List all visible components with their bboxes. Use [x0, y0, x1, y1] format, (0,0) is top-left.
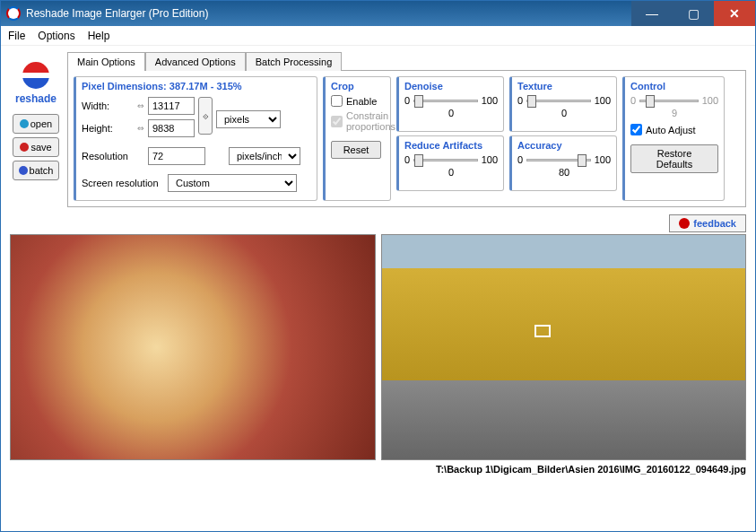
maximize-button[interactable]: ▢	[673, 1, 714, 26]
open-icon	[20, 119, 29, 128]
titlebar: Reshade Image Enlarger (Pro Edition) — ▢…	[1, 1, 755, 26]
accuracy-group: Accuracy 0100 80	[509, 135, 617, 191]
height-label: Height:	[82, 123, 134, 134]
status-path: T:\Backup 1\Digicam_Bilder\Asien 2016\IM…	[436, 464, 746, 475]
denoise-group: Denoise 0100 0	[396, 76, 504, 132]
reset-button[interactable]: Reset	[331, 141, 381, 159]
brand-text: reshade	[15, 92, 56, 105]
control-group: Control 0100 9 Auto Adjust Restore Defau…	[622, 76, 725, 201]
sidebar: reshade open save batch	[10, 51, 62, 207]
accuracy-value: 80	[517, 167, 611, 178]
resolution-unit-select[interactable]: pixels/inch	[229, 147, 300, 165]
close-button[interactable]: ✕	[714, 1, 755, 26]
main-panel: Pixel Dimensions: 387.17M - 315% Width: …	[67, 70, 746, 207]
height-input[interactable]	[148, 119, 195, 137]
app-icon	[6, 6, 21, 21]
accuracy-slider[interactable]	[526, 159, 591, 161]
unit-select[interactable]: pixels	[216, 110, 281, 128]
link-dimensions-button[interactable]: ⟐	[198, 97, 213, 135]
save-button[interactable]: save	[13, 137, 59, 157]
minimize-button[interactable]: —	[631, 1, 673, 26]
screen-res-label: Screen resolution	[82, 178, 164, 188]
texture-group: Texture 0100 0	[509, 76, 617, 132]
pixel-dimensions-header: Pixel Dimensions: 387.17M - 315%	[82, 81, 311, 92]
window-title: Reshade Image Enlarger (Pro Edition)	[26, 7, 631, 20]
width-label: Width:	[82, 100, 134, 111]
bug-icon	[679, 218, 690, 229]
crop-enable-checkbox[interactable]: Enable	[331, 95, 385, 107]
auto-adjust-checkbox[interactable]: Auto Adjust	[630, 124, 718, 135]
crop-title: Crop	[331, 81, 385, 92]
restore-defaults-button[interactable]: Restore Defaults	[630, 144, 718, 173]
tabs: Main Options Advanced Options Batch Proc…	[67, 51, 746, 70]
reduce-artifacts-slider[interactable]	[413, 159, 478, 161]
resolution-label: Resolution	[82, 151, 134, 161]
reduce-value: 0	[404, 167, 498, 178]
save-icon	[20, 143, 29, 152]
tab-main-options[interactable]: Main Options	[67, 52, 145, 71]
reduce-artifacts-group: Reduce Artifacts 0100 0	[396, 135, 504, 191]
arrows-icon: ⇔	[137, 101, 144, 110]
arrows-icon: ⇔	[137, 124, 144, 133]
menu-help[interactable]: Help	[88, 30, 110, 42]
control-slider	[639, 100, 699, 102]
feedback-button[interactable]: feedback	[669, 214, 746, 232]
denoise-value: 0	[404, 108, 498, 118]
width-input[interactable]	[148, 97, 195, 115]
batch-icon	[19, 166, 28, 175]
preview-full[interactable]	[381, 234, 747, 460]
texture-slider[interactable]	[526, 100, 591, 102]
constrain-checkbox: Constrain proportions	[331, 110, 385, 132]
menu-file[interactable]: File	[8, 30, 25, 42]
resolution-input[interactable]	[148, 147, 205, 165]
reshade-logo-icon	[22, 62, 49, 89]
preview-zoomed[interactable]	[10, 234, 376, 460]
crop-group: Crop Enable Constrain proportions Reset	[323, 76, 391, 201]
open-button[interactable]: open	[13, 114, 59, 134]
batch-button[interactable]: batch	[13, 161, 59, 180]
denoise-slider[interactable]	[413, 100, 478, 102]
tab-advanced-options[interactable]: Advanced Options	[145, 52, 246, 71]
screen-res-select[interactable]: Custom	[168, 174, 297, 192]
texture-value: 0	[517, 108, 611, 118]
pixel-dimensions-group: Pixel Dimensions: 387.17M - 315% Width: …	[74, 76, 317, 201]
tab-batch-processing[interactable]: Batch Processing	[246, 52, 343, 71]
menu-options[interactable]: Options	[38, 30, 74, 42]
menubar: File Options Help	[1, 26, 755, 46]
control-value: 9	[630, 108, 718, 118]
